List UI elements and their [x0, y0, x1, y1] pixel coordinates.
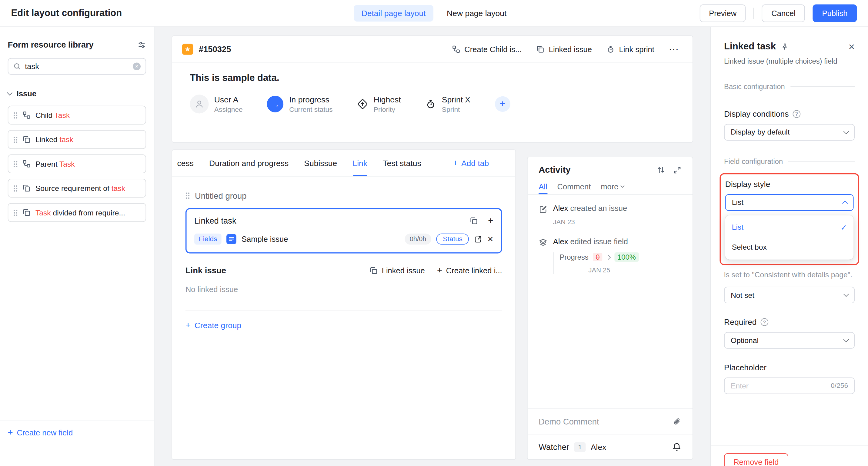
library-footer: + Create new field — [0, 421, 154, 437]
create-linked-issue-action[interactable]: + Create linked i... — [437, 266, 502, 275]
open-external-icon[interactable] — [474, 235, 482, 243]
selected-field-block-linked-task[interactable]: Linked task + Fields — [185, 208, 502, 254]
comment-input-row[interactable]: Demo Comment — [528, 408, 692, 434]
field-current-status: → In progressCurrent status — [267, 95, 333, 113]
expand-icon[interactable] — [673, 165, 681, 174]
cancel-button[interactable]: Cancel — [762, 4, 805, 22]
attachment-icon[interactable] — [673, 417, 681, 426]
activity-date: JAN 25 — [589, 266, 682, 274]
option-select-box[interactable]: Select box — [725, 237, 854, 257]
add-field-button[interactable]: + — [495, 96, 510, 112]
sort-icon[interactable] — [656, 165, 665, 174]
tab-subissue[interactable]: Subissue — [304, 150, 337, 176]
display-style-select[interactable]: List — [725, 194, 854, 211]
copy-icon[interactable] — [469, 216, 478, 225]
divider — [0, 421, 154, 421]
panel-header: Linked task × — [724, 41, 855, 52]
sample-issue-name[interactable]: Sample issue — [242, 235, 288, 243]
page-title: Edit layout configuration — [11, 7, 122, 19]
section-issue-toggle[interactable]: Issue — [8, 89, 146, 98]
search-input[interactable] — [25, 62, 129, 71]
drag-handle-icon[interactable] — [13, 136, 18, 143]
group-title: Untitled group — [195, 191, 247, 200]
status-value: In progress — [289, 95, 333, 104]
vertical-divider — [437, 158, 437, 167]
library-header: Form resource library — [8, 40, 146, 50]
field-config-panel: Linked task × Linked issue (multiple cho… — [710, 27, 868, 466]
library-item-parent-task[interactable]: Parent Task — [8, 155, 146, 173]
drag-handle-icon[interactable] — [13, 112, 18, 119]
plus-icon: + — [8, 428, 13, 437]
watcher-count-badge: 1 — [574, 442, 586, 452]
not-set-select[interactable]: Not set — [724, 287, 855, 304]
plus-icon: + — [453, 158, 458, 167]
panel-subtitle: Linked issue (multiple choices) field — [724, 56, 855, 67]
preview-button[interactable]: Preview — [700, 4, 746, 22]
library-search[interactable]: × — [8, 58, 146, 75]
watcher-label: Watcher — [538, 442, 569, 452]
tab-comment[interactable]: Comment — [557, 178, 591, 194]
main-body: Form resource library × Issue — [0, 27, 868, 466]
no-linked-issue-text: No linked issue — [185, 285, 502, 294]
help-icon[interactable]: ? — [793, 110, 800, 118]
display-conditions-select[interactable]: Display by default — [724, 124, 855, 141]
add-tab-button[interactable]: + Add tab — [453, 158, 489, 167]
tab-more[interactable]: more — [601, 178, 624, 194]
placeholder-input[interactable] — [731, 382, 826, 390]
required-select[interactable]: Optional — [724, 332, 855, 349]
help-icon[interactable]: ? — [761, 318, 768, 326]
priority-highest-icon — [357, 98, 368, 110]
library-item-source-requirement[interactable]: Source requirement of task — [8, 179, 146, 197]
library-item-task-divided[interactable]: Task divided from require... — [8, 203, 146, 222]
drag-handle-icon[interactable] — [185, 192, 190, 199]
drag-handle-icon[interactable] — [13, 209, 18, 216]
drag-handle-icon[interactable] — [13, 160, 18, 167]
section-basic-configuration: Basic configuration — [724, 83, 855, 91]
edit-icon — [538, 205, 547, 214]
tab-duration-and-progress[interactable]: Duration and progress — [209, 150, 288, 176]
linked-issue-icon — [369, 266, 378, 275]
status-label: Current status — [289, 105, 333, 113]
sprint-label: Sprint — [442, 105, 470, 113]
link-sprint-button[interactable]: Link sprint — [606, 44, 654, 53]
activity-card: Activity All Comment — [527, 157, 693, 460]
status-pill[interactable]: Status — [436, 234, 469, 245]
help-text: is set to "Consistent with details page"… — [724, 269, 855, 280]
tab-all[interactable]: All — [538, 178, 547, 194]
placeholder-inputbox: 0/256 — [724, 377, 855, 394]
tab-test-status[interactable]: Test status — [383, 150, 421, 176]
option-list[interactable]: List ✓ — [725, 218, 854, 238]
link-sprint-icon — [606, 44, 615, 53]
new-value: 100% — [615, 252, 639, 262]
library-item-linked-task[interactable]: Linked task — [8, 130, 146, 149]
link-issue-header: Link issue Linked issue + — [185, 266, 502, 275]
create-child-issue-button[interactable]: Create Child is... — [452, 44, 522, 53]
library-item-child-task[interactable]: Child Task — [8, 106, 146, 125]
link-issue-title: Link issue — [185, 266, 226, 275]
add-icon[interactable]: + — [488, 216, 493, 225]
issue-title: This is sample data. — [190, 72, 675, 84]
create-new-field-button[interactable]: + Create new field — [8, 428, 146, 437]
bell-icon[interactable] — [672, 442, 681, 452]
activity-title: Activity — [538, 165, 571, 175]
filter-settings-icon[interactable] — [137, 40, 146, 49]
clear-search-icon[interactable]: × — [133, 62, 141, 70]
tab-overflow[interactable]: cess — [177, 150, 193, 176]
tab-detail-page-layout[interactable]: Detail page layout — [354, 5, 433, 22]
create-group-button[interactable]: + Create group — [185, 321, 502, 330]
detail-tabs-card: cess Duration and progress Subissue Link… — [172, 149, 516, 460]
topbar: Edit layout configuration Detail page la… — [0, 0, 868, 27]
drag-handle-icon[interactable] — [13, 185, 18, 192]
publish-button[interactable]: Publish — [812, 4, 857, 22]
remove-field-button[interactable]: Remove field — [724, 453, 788, 466]
fields-tag: Fields — [194, 234, 221, 245]
tab-link[interactable]: Link — [352, 150, 367, 176]
close-icon[interactable]: × — [848, 41, 855, 52]
pin-icon[interactable] — [780, 42, 788, 51]
remove-row-icon[interactable]: × — [487, 234, 493, 244]
more-actions-button[interactable]: ⋯ — [669, 43, 679, 55]
tab-new-page-layout[interactable]: New page layout — [439, 5, 514, 22]
linked-issue-button[interactable]: Linked issue — [536, 44, 592, 53]
linked-issue-action[interactable]: Linked issue — [369, 266, 425, 275]
group-header[interactable]: Untitled group — [185, 191, 502, 200]
